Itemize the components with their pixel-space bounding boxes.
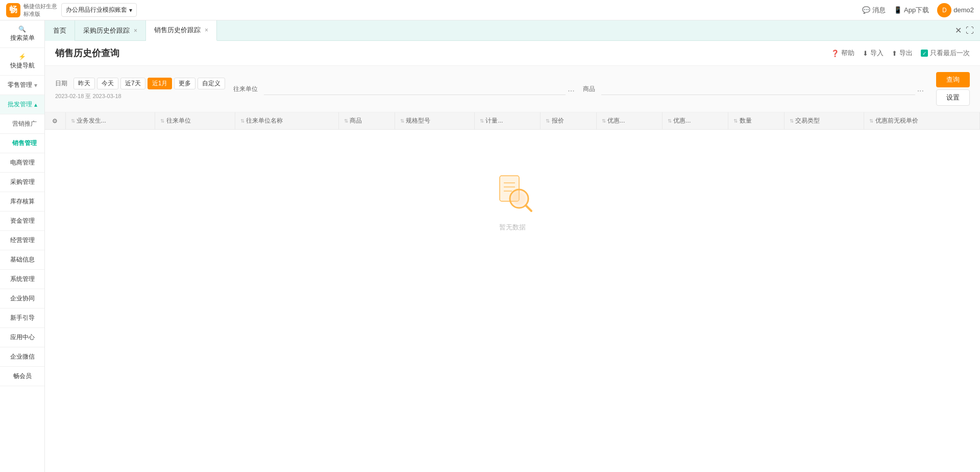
- close-all-tabs-icon[interactable]: ✕: [955, 26, 962, 35]
- sort-icon: ⇅: [480, 118, 484, 124]
- sidebar-item-wholesale-mgmt[interactable]: 批发管理 ▴: [0, 95, 44, 114]
- user-profile[interactable]: D demo2: [937, 3, 974, 17]
- sidebar-item-search-menu[interactable]: 🔍 搜索菜单: [0, 20, 44, 48]
- col-quote[interactable]: ⇅ 报价: [541, 112, 597, 130]
- sidebar-item-app-center[interactable]: 应用中心: [0, 328, 44, 347]
- col-unit[interactable]: ⇅ 计量...: [475, 112, 541, 130]
- date-btn-today[interactable]: 今天: [97, 78, 118, 89]
- date-btn-yesterday[interactable]: 昨天: [74, 78, 95, 89]
- col-trade-type[interactable]: ⇅ 交易类型: [784, 112, 864, 130]
- page-header-actions: ❓ 帮助 ⬇ 导入 ⬆ 导出 ✓ 只看最后一次: [831, 49, 970, 58]
- sidebar-item-system-mgmt[interactable]: 系统管理: [0, 270, 44, 289]
- page-title: 销售历史价查询: [55, 47, 119, 59]
- col-trading-unit[interactable]: ⇅ 往来单位: [155, 112, 235, 130]
- only-last-checkbox[interactable]: ✓: [921, 50, 928, 57]
- export-button[interactable]: ⬆ 导出: [892, 49, 913, 58]
- chevron-down-icon: ▾: [129, 7, 132, 14]
- chevron-down-icon: ▾: [34, 82, 37, 89]
- sidebar-item-new-guide[interactable]: 新手引导: [0, 309, 44, 328]
- empty-state: 暂无数据: [45, 130, 980, 273]
- col-trading-unit-name[interactable]: ⇅ 往来单位名称: [235, 112, 338, 130]
- help-button[interactable]: ❓ 帮助: [831, 49, 854, 58]
- tab-sales-history[interactable]: 销售历史价跟踪 ×: [146, 20, 217, 41]
- avatar: D: [937, 3, 951, 17]
- only-last-checkbox-label[interactable]: ✓ 只看最后一次: [921, 49, 970, 58]
- tab-purchase-history-close[interactable]: ×: [134, 27, 137, 34]
- col-business-date[interactable]: ⇅ 业务发生...: [65, 112, 155, 130]
- tab-bar-right: ✕ ⛶: [955, 26, 980, 35]
- sidebar: 🔍 搜索菜单 ⚡ 快捷导航 零售管理 ▾ 批发管理 ▴ 营销推广 销售管理 电商…: [0, 20, 45, 472]
- main-layout: 🔍 搜索菜单 ⚡ 快捷导航 零售管理 ▾ 批发管理 ▴ 营销推广 销售管理 电商…: [0, 20, 980, 472]
- col-discount1[interactable]: ⇅ 优惠...: [596, 112, 662, 130]
- settings-icon: ⚙: [52, 117, 58, 125]
- sidebar-item-sales-promo[interactable]: 营销推广: [0, 114, 44, 134]
- col-goods[interactable]: ⇅ 商品: [338, 112, 395, 130]
- trading-unit-filter: 往来单位 ...: [233, 83, 574, 95]
- sidebar-item-operations-mgmt[interactable]: 经营管理: [0, 231, 44, 250]
- svg-line-5: [526, 205, 531, 211]
- col-settings[interactable]: ⚙: [45, 112, 65, 130]
- sort-icon: ⇅: [240, 118, 244, 124]
- app-download-button[interactable]: 📱 App下载: [894, 6, 929, 15]
- page-content: 销售历史价查询 ❓ 帮助 ⬇ 导入 ⬆ 导出 ✓: [45, 41, 980, 472]
- goods-dots[interactable]: ...: [917, 84, 924, 93]
- sort-icon: ⇅: [344, 118, 348, 124]
- sidebar-item-basic-info[interactable]: 基础信息: [0, 250, 44, 270]
- top-bar: 畅 畅捷信好生意 标准版 办公用品行业模拟账套 ▾ 💬 消息 📱 App下载 D…: [0, 0, 980, 20]
- trading-unit-dots[interactable]: ...: [568, 84, 574, 93]
- import-icon: ⬇: [863, 50, 868, 57]
- sort-icon: ⇅: [869, 118, 873, 124]
- sidebar-item-quick-nav[interactable]: ⚡ 快捷导航: [0, 48, 44, 76]
- export-icon: ⬆: [892, 50, 897, 57]
- col-spec[interactable]: ⇅ 规格型号: [395, 112, 474, 130]
- sidebar-item-purchase-mgmt[interactable]: 采购管理: [0, 173, 44, 192]
- tab-purchase-history[interactable]: 采购历史价跟踪 ×: [75, 20, 146, 41]
- sort-icon: ⇅: [160, 118, 164, 124]
- message-button[interactable]: 💬 消息: [862, 6, 886, 15]
- sidebar-item-retail-mgmt[interactable]: 零售管理 ▾: [0, 76, 44, 95]
- table-area: ⚙ ⇅ 业务发生... ⇅ 往来单位 ⇅: [45, 112, 980, 273]
- sidebar-item-finance-mgmt[interactable]: 资金管理: [0, 211, 44, 231]
- table-header-row: ⚙ ⇅ 业务发生... ⇅ 往来单位 ⇅: [45, 112, 980, 130]
- help-icon: ❓: [831, 50, 839, 57]
- sidebar-item-member[interactable]: 畅会员: [0, 367, 44, 386]
- table-header: ⚙ ⇅ 业务发生... ⇅ 往来单位 ⇅: [45, 112, 980, 130]
- logo-icon: 畅: [6, 3, 20, 17]
- tab-sales-history-close[interactable]: ×: [205, 27, 208, 34]
- sort-icon: ⇅: [790, 118, 794, 124]
- fullscreen-icon[interactable]: ⛶: [966, 26, 974, 35]
- date-range-text: 2023-02-18 至 2023-03-18: [55, 92, 121, 100]
- logo-text: 畅捷信好生意 标准版: [23, 3, 57, 17]
- date-btn-7days[interactable]: 近7天: [120, 78, 145, 89]
- sidebar-item-enterprise-wechat[interactable]: 企业微信: [0, 347, 44, 367]
- app-selector[interactable]: 办公用品行业模拟账套 ▾: [61, 3, 137, 17]
- sidebar-item-sales-mgmt[interactable]: 销售管理: [0, 134, 44, 153]
- filter-row: 日期 昨天 今天 近7天 近1月 更多 自定义 2023-02-18 至 202…: [45, 66, 980, 112]
- top-bar-left: 畅 畅捷信好生意 标准版 办公用品行业模拟账套 ▾: [6, 3, 137, 17]
- chevron-up-icon: ▴: [34, 101, 37, 108]
- svg-point-6: [513, 193, 525, 205]
- date-btn-more[interactable]: 更多: [174, 78, 195, 89]
- sidebar-item-inventory-mgmt[interactable]: 库存核算: [0, 192, 44, 211]
- date-btn-custom[interactable]: 自定义: [198, 78, 225, 89]
- sidebar-item-enterprise-collab[interactable]: 企业协同: [0, 289, 44, 309]
- filter-action-buttons: 查询 设置: [936, 72, 970, 106]
- search-icon: 🔍: [18, 26, 26, 33]
- sort-icon: ⇅: [546, 118, 550, 124]
- settings-button[interactable]: 设置: [936, 89, 970, 106]
- sort-icon: ⇅: [733, 118, 738, 124]
- date-filter-btns: 日期 昨天 今天 近7天 近1月 更多 自定义: [55, 78, 225, 89]
- content-area: 首页 采购历史价跟踪 × 销售历史价跟踪 × ✕ ⛶ 销售历史价查询: [45, 20, 980, 472]
- col-pretax-price[interactable]: ⇅ 优惠前无税单价: [864, 112, 980, 130]
- tab-home[interactable]: 首页: [45, 20, 75, 41]
- goods-filter: 商品 ...: [583, 83, 924, 95]
- top-bar-right: 💬 消息 📱 App下载 D demo2: [862, 3, 974, 17]
- import-button[interactable]: ⬇ 导入: [863, 49, 884, 58]
- goods-input[interactable]: [601, 83, 915, 95]
- sidebar-item-ecommerce-mgmt[interactable]: 电商管理: [0, 153, 44, 173]
- col-discount2[interactable]: ⇅ 优惠...: [663, 112, 728, 130]
- date-btn-1month[interactable]: 近1月: [148, 78, 173, 89]
- query-button[interactable]: 查询: [936, 72, 970, 87]
- col-quantity[interactable]: ⇅ 数量: [728, 112, 785, 130]
- trading-unit-input[interactable]: [264, 83, 566, 95]
